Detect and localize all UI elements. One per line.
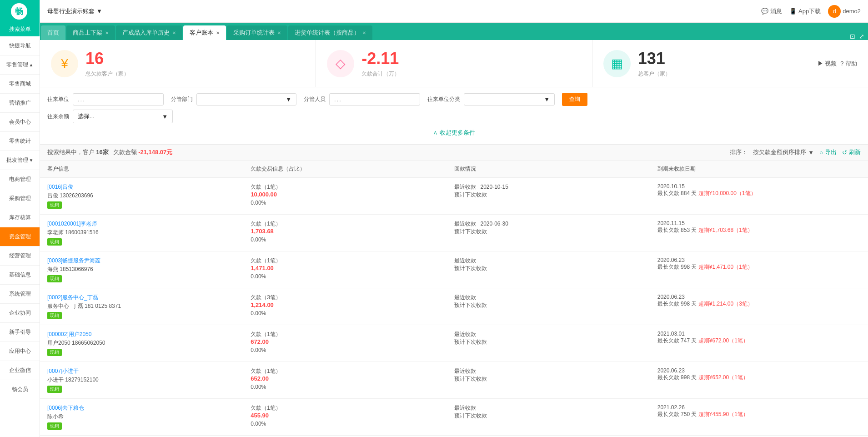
sidebar-item-system[interactable]: 系统管理 [0,285,40,304]
window-expand-icon[interactable]: ⤢ [859,33,864,40]
collapse-filter-btn[interactable]: ∧ 收起更多条件 [47,127,861,139]
sidebar-item-retail-stats[interactable]: 零售统计 [0,132,40,151]
tab-customer-account[interactable]: 客户账本 ✕ [183,25,226,40]
overdue-days: 最长欠款 750 天 超期¥455.90（1笔） [657,411,861,418]
debt-count: 欠款（1笔） [251,331,454,338]
export-icon: ○ [819,149,823,156]
message-btn[interactable]: 💬 消息 [761,7,782,15]
tab-close-icon[interactable]: ✕ [362,30,366,35]
debt-amount: 652.00 [251,375,454,382]
customer-name-link[interactable]: [0016]吕俊 [47,183,251,191]
sidebar-item-member-center[interactable]: 会员中心 [0,113,40,132]
refresh-btn[interactable]: ↺ 刷新 [842,148,861,156]
sidebar-item-batch-mgmt[interactable]: 批发管理 ▼ [0,151,40,170]
topbar-left: 母婴行业演示账套 ▼ [47,7,102,15]
tab-close-icon[interactable]: ✕ [277,30,281,35]
from-unit-dots: ... [78,96,85,103]
tab-product-status-label: 商品上下架 [73,29,102,37]
chevron-down-icon: ▼ [544,96,550,103]
sidebar-item-ecommerce[interactable]: 电商管理 [0,170,40,189]
sidebar-item-new-guide[interactable]: 新手引导 [0,323,40,342]
sidebar-item-retail-mall[interactable]: 零售商城 [0,75,40,94]
return-info-cell: 最近收款 2020-10-15 预计下次收款 [454,183,657,199]
due-date: 2020.11.15 [657,220,861,226]
debt-customers-icon: ¥ [51,50,78,77]
sort-label: 排序： [730,148,748,156]
customer-phone: 用户2050 18665062050 [47,339,251,347]
sidebar-item-retail-mgmt[interactable]: 零售管理 ▲ [0,55,40,75]
tab-incoming-stats[interactable]: 进货单统计表（按商品） ✕ [288,25,372,40]
customer-name-link[interactable]: [0003]畅捷服务尹海蕊 [47,257,251,265]
customer-phone: 海燕 18513066976 [47,266,251,273]
user-menu[interactable]: d demo2 [828,5,861,18]
sidebar-item-inventory[interactable]: 库存核算 [0,208,40,227]
due-date-cell: 2021.03.01 最长欠款 747 天 超期¥672.00（1笔） [657,331,861,345]
query-button[interactable]: 查询 [562,93,587,106]
video-btn[interactable]: ▶ 视频 [818,60,837,68]
return-info-cell: 最近收款 2020-06-30 预计下次收款 [454,220,657,236]
sidebar-item-purchase-mgmt[interactable]: 采购管理 [0,189,40,208]
from-unit-input[interactable]: ... [73,93,164,105]
tab-close-icon[interactable]: ✕ [172,30,176,35]
balance-select[interactable]: 选择... ▼ [73,110,173,123]
customer-phone: 李老师 18600391516 [47,229,251,236]
overdue-days: 最长欠款 998 天 超期¥1,471.00（1笔） [657,263,861,271]
next-payment: 预计下次收款 [454,228,657,236]
sidebar-item-vip-member[interactable]: 畅会员 [0,380,40,399]
tab-purchase-order[interactable]: 采购订单统计表 ✕ [227,25,287,40]
customer-name-link[interactable]: [0007]小进干 [47,367,251,375]
filter-area: 往来单位 ... 分管部门 ▼ 分管人员 ... [40,87,868,145]
tab-close-icon[interactable]: ✕ [216,30,220,35]
window-restore-icon[interactable]: ⊡ [850,33,855,40]
table-row: [000002]用户2050 用户2050 18665062050 现销 欠款（… [40,325,868,362]
debt-percent: 0.00% [251,421,454,427]
balance-placeholder: 选择... [78,112,95,121]
debt-total-label: 欠款合计（万） [361,70,400,78]
tab-production-history[interactable]: 产成品入库单历史 ✕ [116,25,182,40]
sidebar-item-basic-info[interactable]: 基础信息 [0,266,40,285]
sort-selector[interactable]: 按欠款金额倒序排序 ▼ [753,148,814,156]
customer-info-cell: [0002]服务中心_丁磊 服务中心_丁磊 181 0125 8371 现销 [47,294,251,319]
customer-name-link[interactable]: [0002]服务中心_丁磊 [47,294,251,301]
tab-home[interactable]: 首页 [41,25,65,40]
sidebar-item-quick-nav[interactable]: 快捷导航 [0,36,40,55]
tab-product-status[interactable]: 商品上下架 ✕ [66,25,115,40]
overdue-amount[interactable]: 超期¥455.90（1笔） [698,411,748,417]
unit-category-select[interactable]: ▼ [464,93,555,105]
dept-select[interactable]: ▼ [196,93,296,105]
main-area: 母婴行业演示账套 ▼ 💬 消息 📱 App下载 d demo2 首页 商品上下架 [40,0,868,437]
help-btn[interactable]: ? 帮助 [840,60,857,68]
sidebar-item-finance[interactable]: 资金管理 [0,227,40,246]
total-customers-icon: ▦ [603,50,631,77]
overdue-amount[interactable]: 超期¥1,471.00（1笔） [698,264,753,270]
overdue-amount[interactable]: 超期¥1,214.00（3笔） [698,301,753,307]
customer-tag: 现销 [47,386,62,393]
overdue-days: 最长欠款 747 天 超期¥672.00（1笔） [657,337,861,345]
industry-selector[interactable]: 母婴行业演示账套 ▼ [47,7,102,15]
overdue-amount[interactable]: 超期¥672.00（1笔） [698,337,748,344]
table-row: [0001020001]李老师 李老师 18600391516 现销 欠款（1笔… [40,215,868,251]
sidebar-item-enterprise-collab[interactable]: 企业协同 [0,304,40,323]
tab-close-icon[interactable]: ✕ [105,30,109,35]
app-download-btn[interactable]: 📱 App下载 [789,7,821,15]
sidebar-item-ops-mgmt[interactable]: 经营管理 [0,246,40,266]
overdue-amount[interactable]: 超期¥10,000.00（1笔） [698,190,756,196]
debt-percent: 0.00% [251,273,454,280]
overdue-amount[interactable]: 超期¥1,703.68（1笔） [698,227,753,233]
customer-name-link[interactable]: [0006]去下粮仓 [47,404,251,412]
overdue-days: 最长欠款 998 天 超期¥1,214.00（3笔） [657,300,861,308]
summary-card1-content: 16 总欠款客户（家） [85,49,129,78]
sidebar-item-app-center[interactable]: 应用中心 [0,342,40,361]
table-row: [0006]去下粮仓 陈小希 现销 欠款（1笔） 455.90 0.00% 最近… [40,399,868,436]
sidebar-item-enterprise-wechat[interactable]: 企业微信 [0,361,40,380]
sidebar-item-marketing[interactable]: 营销推广 [0,94,40,113]
debt-count: 欠款（1笔） [251,220,454,228]
export-btn[interactable]: ○ 导出 [819,148,837,156]
customer-name-link[interactable]: [000002]用户2050 [47,331,251,338]
dept-label: 分管部门 [171,95,193,103]
summary-row: ¥ 16 总欠款客户（家） ◇ -2.11 欠款合计（万） ▦ 131 总客户（… [40,40,868,87]
manager-input[interactable]: ... [329,93,420,105]
sidebar-item-search[interactable]: 搜索菜单 [0,23,40,36]
overdue-amount[interactable]: 超期¥652.00（1笔） [698,374,748,381]
customer-name-link[interactable]: [0001020001]李老师 [47,220,251,228]
